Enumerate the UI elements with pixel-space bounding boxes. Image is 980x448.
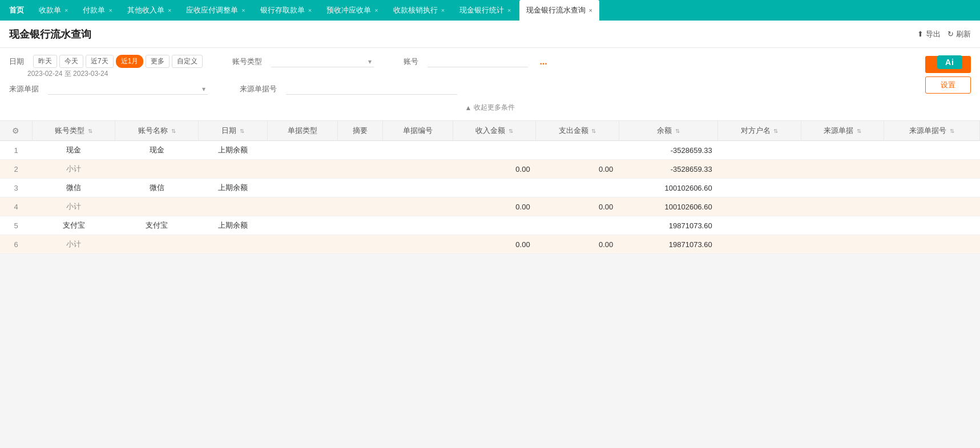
- date-btn-7days[interactable]: 近7天: [86, 55, 114, 68]
- table-row[interactable]: 3微信微信上期余额100102606.60: [0, 179, 980, 197]
- account-input[interactable]: [428, 56, 528, 67]
- cell-income: [453, 141, 536, 160]
- cell-source-doc-no: [884, 216, 980, 235]
- cell-income: [453, 179, 536, 197]
- sort-source-doc-icon: ⇅: [857, 128, 861, 134]
- account-dots-button[interactable]: ...: [537, 56, 549, 67]
- cell-source-doc: [801, 235, 884, 254]
- cell-counterparty: [718, 179, 801, 197]
- ai-badge[interactable]: Ai: [937, 55, 962, 69]
- cell-num: 6: [0, 235, 32, 254]
- cell-balance: 19871073.60: [619, 216, 717, 235]
- col-source-doc-no[interactable]: 来源单据号 ⇅: [884, 121, 980, 141]
- table-row[interactable]: 2小计0.000.00-3528659.33: [0, 160, 980, 179]
- col-income[interactable]: 收入金额 ⇅: [453, 121, 536, 141]
- cell-income: 0.00: [453, 235, 536, 254]
- cell-source-doc-no: [884, 197, 980, 216]
- col-balance[interactable]: 余额 ⇅: [619, 121, 717, 141]
- col-account-name[interactable]: 账号名称 ⇅: [115, 121, 199, 141]
- table-row[interactable]: 1现金现金上期余额-3528659.33: [0, 141, 980, 160]
- nav-receipt-close[interactable]: ×: [64, 7, 68, 14]
- sort-expense-icon: ⇅: [591, 128, 596, 134]
- nav-item-cash-bank-flow[interactable]: 现金银行流水查询 ×: [519, 0, 599, 21]
- date-range-text: 2023-02-24 至 2023-03-24: [27, 70, 108, 78]
- nav-advance-offset-close[interactable]: ×: [374, 7, 378, 14]
- date-options: 昨天 今天 近7天 近1月 更多 自定义: [33, 55, 203, 68]
- table-row[interactable]: 4小计0.000.00100102606.60: [0, 197, 980, 216]
- cell-doc-no: [382, 160, 453, 179]
- nav-item-bank-deposit[interactable]: 银行存取款单 ×: [253, 0, 318, 21]
- cell-date: [199, 235, 268, 254]
- settings-button[interactable]: 设置: [925, 76, 971, 94]
- date-btn-custom[interactable]: 自定义: [172, 55, 203, 68]
- filter-row-1: 日期 昨天 今天 近7天 近1月 更多 自定义 账号类型: [9, 55, 912, 68]
- cell-counterparty: [718, 235, 801, 254]
- col-summary[interactable]: 摘要: [337, 121, 382, 141]
- cell-doc-no: [382, 197, 453, 216]
- col-expense-label: 支出金额: [559, 126, 588, 135]
- nav-collection-exec-close[interactable]: ×: [441, 7, 445, 14]
- export-label: 导出: [926, 29, 941, 39]
- table-body: 1现金现金上期余额-3528659.332小计0.000.00-3528659.…: [0, 141, 980, 254]
- date-btn-today[interactable]: 今天: [59, 55, 83, 68]
- nav-bank-deposit-label: 银行存取款单: [260, 5, 305, 15]
- date-btn-more[interactable]: 更多: [146, 55, 170, 68]
- col-account-type[interactable]: 账号类型 ⇅: [32, 121, 115, 141]
- col-doc-no-label: 单据编号: [403, 126, 433, 135]
- date-btn-1month[interactable]: 近1月: [116, 55, 144, 68]
- filter-area: 日期 昨天 今天 近7天 近1月 更多 自定义 账号类型: [0, 48, 980, 121]
- collapse-icon: ▲: [465, 104, 472, 112]
- cell-source-doc-no: [884, 235, 980, 254]
- nav-item-collection-exec[interactable]: 收款核销执行 ×: [386, 0, 451, 21]
- collapse-bar[interactable]: ▲ 收起更多条件: [9, 100, 971, 116]
- table-row[interactable]: 6小计0.000.0019871073.60: [0, 235, 980, 254]
- refresh-button[interactable]: ↻ 刷新: [947, 29, 971, 39]
- nav-item-receipt[interactable]: 收款单 ×: [32, 0, 75, 21]
- cell-income: [453, 216, 536, 235]
- nav-other-income-close[interactable]: ×: [168, 7, 171, 14]
- source-doc-no-input[interactable]: [286, 83, 457, 95]
- cell-counterparty: [718, 197, 801, 216]
- col-balance-label: 余额: [657, 126, 672, 135]
- nav-cash-bank-stats-close[interactable]: ×: [507, 7, 511, 14]
- col-date[interactable]: 日期 ⇅: [199, 121, 268, 141]
- col-doc-type[interactable]: 单据类型: [268, 121, 338, 141]
- account-label: 账号: [404, 56, 418, 67]
- refresh-icon: ↻: [947, 30, 954, 38]
- page-title: 现金银行流水查询: [9, 27, 91, 41]
- nav-collection-exec-label: 收款核销执行: [393, 5, 438, 15]
- nav-item-home[interactable]: 首页: [2, 0, 31, 21]
- col-gear[interactable]: ⚙: [0, 121, 32, 141]
- nav-item-ar-ap-adjust[interactable]: 应收应付调整单 ×: [179, 0, 252, 21]
- col-source-doc-no-label: 来源单据号: [909, 126, 946, 135]
- cell-account-type: 小计: [32, 197, 115, 216]
- cell-source-doc: [801, 197, 884, 216]
- account-type-select[interactable]: [271, 56, 374, 67]
- nav-cash-bank-stats-label: 现金银行统计: [459, 5, 504, 15]
- cell-counterparty: [718, 160, 801, 179]
- source-doc-select[interactable]: [48, 83, 208, 95]
- nav-cash-bank-flow-close[interactable]: ×: [589, 7, 592, 14]
- col-doc-no[interactable]: 单据编号: [382, 121, 453, 141]
- date-btn-yesterday[interactable]: 昨天: [33, 55, 57, 68]
- cell-account-name: 现金: [115, 141, 199, 160]
- col-source-doc[interactable]: 来源单据 ⇅: [801, 121, 884, 141]
- cell-doc-no: [382, 141, 453, 160]
- table-container: ⚙ 账号类型 ⇅ 账号名称 ⇅ 日期 ⇅ 单据类型 摘要: [0, 121, 980, 254]
- col-expense[interactable]: 支出金额 ⇅: [536, 121, 619, 141]
- cell-account-type: 微信: [32, 179, 115, 197]
- nav-item-cash-bank-stats[interactable]: 现金银行统计 ×: [453, 0, 518, 21]
- nav-item-payment[interactable]: 付款单 ×: [76, 0, 119, 21]
- nav-item-advance-offset[interactable]: 预收冲应收单 ×: [320, 0, 385, 21]
- col-counterparty[interactable]: 对方户名 ⇅: [718, 121, 801, 141]
- cell-summary: [337, 160, 382, 179]
- nav-item-other-income[interactable]: 其他收入单 ×: [120, 0, 178, 21]
- export-button[interactable]: ⬆ 导出: [917, 29, 941, 39]
- table-row[interactable]: 5支付宝支付宝上期余额19871073.60: [0, 216, 980, 235]
- cell-num: 5: [0, 216, 32, 235]
- nav-bank-deposit-close[interactable]: ×: [308, 7, 312, 14]
- nav-ar-ap-close[interactable]: ×: [241, 7, 245, 14]
- nav-payment-close[interactable]: ×: [108, 7, 112, 14]
- cell-doc-type: [268, 179, 338, 197]
- cell-doc-type: [268, 160, 338, 179]
